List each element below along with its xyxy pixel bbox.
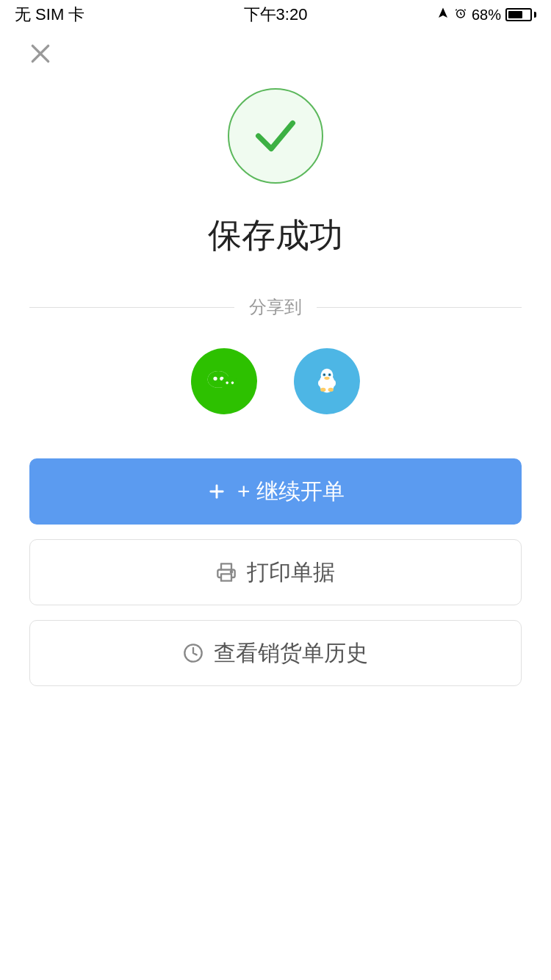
svg-point-21 (328, 388, 334, 392)
svg-point-6 (213, 377, 217, 381)
svg-point-16 (329, 374, 331, 375)
svg-point-18 (318, 380, 322, 386)
battery-text: 68% (472, 7, 501, 24)
success-icon-circle (228, 88, 323, 184)
svg-point-10 (231, 381, 234, 384)
print-button[interactable]: 打印单据 (29, 539, 522, 605)
share-divider: 分享到 (0, 295, 551, 319)
svg-point-20 (320, 388, 325, 392)
alarm-icon (454, 7, 467, 24)
continue-label: + 继续开单 (237, 477, 345, 507)
status-bar: 无 SIM 卡 下午3:20 68% (0, 0, 551, 29)
close-button[interactable] (22, 35, 59, 72)
system-icons: 68% (436, 7, 536, 24)
svg-point-19 (332, 380, 336, 386)
svg-point-8 (221, 376, 238, 390)
svg-point-25 (231, 571, 232, 572)
share-icons-container (191, 348, 360, 414)
wechat-share-button[interactable] (191, 348, 257, 414)
continue-button[interactable]: + 继续开单 (29, 458, 522, 525)
divider-line-right (317, 307, 522, 308)
svg-point-17 (324, 377, 329, 380)
divider-line-left (29, 307, 234, 308)
history-label: 查看销货单历史 (214, 638, 368, 669)
carrier-text: 无 SIM 卡 (15, 4, 84, 26)
svg-point-9 (226, 381, 228, 384)
action-buttons: + 继续开单 打印单据 查看销货单历史 (0, 458, 551, 686)
printer-icon (216, 562, 237, 583)
battery-indicator (505, 8, 536, 21)
svg-point-12 (321, 369, 334, 383)
location-icon (436, 7, 450, 24)
history-button[interactable]: 查看销货单历史 (29, 620, 522, 686)
qq-share-button[interactable] (294, 348, 360, 414)
success-title: 保存成功 (208, 213, 343, 259)
history-icon (183, 643, 204, 663)
carrier-info: 无 SIM 卡 (15, 4, 90, 26)
share-label: 分享到 (234, 295, 317, 319)
svg-point-15 (323, 374, 325, 375)
svg-rect-24 (221, 574, 231, 580)
main-content: 保存成功 分享到 (0, 29, 551, 686)
print-label: 打印单据 (247, 558, 335, 588)
plus-icon (206, 481, 227, 502)
clock: 下午3:20 (244, 4, 308, 26)
